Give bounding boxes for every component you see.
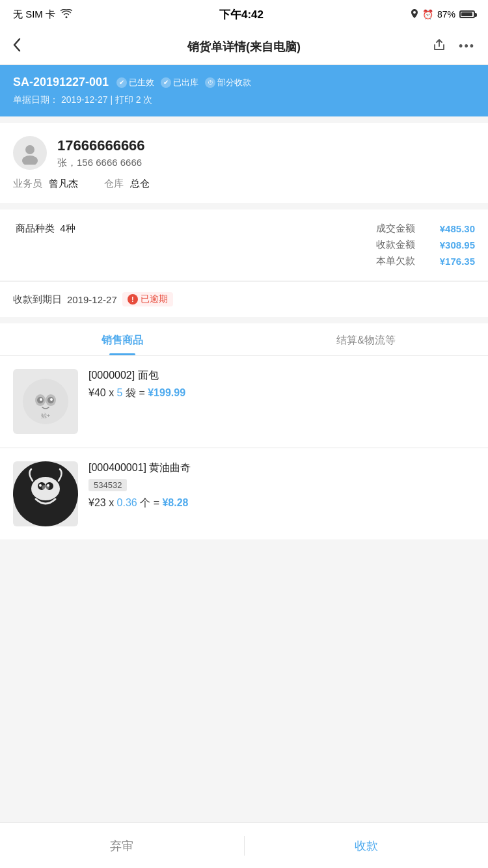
summary-right: 成交金额 ¥485.30 收款金额 ¥308.95 本单欠款 ¥176.35: [376, 223, 475, 267]
svg-text:鲸+: 鲸+: [41, 413, 50, 419]
due-date-value: 2019-12-27: [67, 294, 117, 305]
battery-label: 87%: [437, 9, 455, 20]
carrier-label: 无 SIM 卡: [13, 8, 55, 21]
tab-settlement[interactable]: 结算&物流等: [244, 323, 488, 355]
print-info: | 打印 2 次: [110, 94, 152, 105]
product-name-cookie: [000400001] 黄油曲奇: [88, 461, 475, 475]
product-batch-cookie: 534532: [88, 479, 127, 491]
product-card: 鲸+ [0000002] 面包 ¥40 x 5 袋 = ¥199.99: [0, 356, 488, 447]
tab-sales-products[interactable]: 销售商品: [0, 323, 244, 355]
received-amount-row: 收款金额 ¥308.95: [376, 239, 475, 251]
overdue-text: 已逾期: [141, 293, 168, 305]
kinds-label: 商品种类: [16, 223, 55, 234]
svg-point-8: [50, 398, 53, 401]
received-value: ¥308.95: [423, 239, 475, 251]
customer-section: 17666666666 张，156 6666 6666 业务员 曾凡杰 仓库 总…: [0, 123, 488, 203]
products-section: 鲸+ [0000002] 面包 ¥40 x 5 袋 = ¥199.99: [0, 356, 488, 539]
summary-left: 商品种类 4种: [13, 223, 75, 237]
total-cookie: ¥8.28: [162, 497, 188, 508]
product-id-bread: [0000002]: [88, 370, 135, 381]
kinds-value: 4种: [60, 223, 75, 234]
product-price-cookie: ¥23 x 0.36 个 = ¥8.28: [88, 496, 475, 510]
status-bar: 无 SIM 卡 下午4:42 ⏰ 87%: [0, 0, 488, 29]
overdue-badge: ! 已逾期: [122, 292, 173, 306]
svg-point-7: [40, 398, 42, 401]
product-info-cookie: [000400001] 黄油曲奇 534532 ¥23 x 0.36 个 = ¥…: [88, 461, 475, 510]
price-base-cookie: ¥23: [88, 497, 106, 508]
avatar: [13, 136, 47, 170]
nav-actions: •••: [433, 38, 475, 55]
product-info-bread: [0000002] 面包 ¥40 x 5 袋 = ¥199.99: [88, 369, 475, 400]
badge-partial-payment: ⏱ 部分收款: [205, 77, 251, 88]
badge-effective: ✔ 已生效: [116, 77, 154, 88]
unit-bread: 袋: [126, 387, 136, 398]
warehouse: 仓库 总仓: [104, 178, 150, 190]
warehouse-label: 仓库: [104, 178, 124, 189]
product-price-bread: ¥40 x 5 袋 = ¥199.99: [88, 387, 475, 400]
confirm-button[interactable]: 收款: [245, 823, 489, 868]
order-date-info: 单据日期： 2019-12-27 | 打印 2 次: [13, 94, 475, 106]
owed-value: ¥176.35: [423, 256, 475, 267]
more-icon[interactable]: •••: [459, 40, 475, 53]
order-header-banner: SA-20191227-001 ✔ 已生效 ✔ 已出库 ⏱ 部分收款 单据日期：…: [0, 65, 488, 116]
product-title-cookie: 黄油曲奇: [149, 462, 191, 473]
status-time: 下午4:42: [219, 7, 264, 22]
tabs-section: 销售商品 结算&物流等: [0, 323, 488, 356]
partial-payment-icon: ⏱: [205, 77, 215, 88]
customer-top: 17666666666 张，156 6666 6666: [13, 136, 475, 170]
badge-partial-label: 部分收款: [217, 77, 251, 88]
cancel-button[interactable]: 弃审: [0, 823, 244, 868]
product-id-cookie: [000400001]: [88, 462, 146, 473]
status-right: ⏰ 87%: [411, 9, 475, 20]
effective-icon: ✔: [116, 77, 127, 88]
owed-label: 本单欠款: [376, 255, 415, 267]
svg-point-0: [25, 145, 34, 154]
order-id: SA-20191227-001: [13, 75, 109, 89]
due-date-section: 收款到期日 2019-12-27 ! 已逾期: [0, 281, 488, 317]
status-left: 无 SIM 卡: [13, 8, 72, 21]
sales-rep: 业务员 曾凡杰: [13, 178, 78, 190]
customer-name-phone: 张，156 6666 6666: [57, 157, 145, 169]
deal-amount-label: 成交金额: [376, 223, 415, 235]
due-date-label: 收款到期日: [13, 293, 62, 306]
svg-point-14: [39, 484, 42, 487]
deal-amount-value: ¥485.30: [423, 223, 475, 234]
warehouse-value: 总仓: [130, 178, 150, 189]
product-image-bread: 鲸+: [13, 369, 78, 434]
sales-rep-value: 曾凡杰: [49, 178, 78, 189]
product-image-cookie: [13, 461, 78, 526]
nav-bar: 销货单详情(来自电脑) •••: [0, 29, 488, 65]
deal-amount-row: 成交金额 ¥485.30: [376, 223, 475, 235]
customer-meta: 业务员 曾凡杰 仓库 总仓: [13, 178, 475, 190]
date-label: 单据日期：: [13, 94, 59, 105]
quantity-bread: 5: [117, 387, 123, 398]
product-name-bread: [0000002] 面包: [88, 369, 475, 383]
customer-phone: 17666666666: [57, 137, 145, 154]
location-icon: [411, 9, 418, 20]
battery-icon: [459, 10, 475, 18]
total-bread: ¥199.99: [148, 387, 185, 398]
price-base-bread: ¥40: [88, 387, 106, 398]
svg-point-16: [42, 485, 49, 490]
badge-shipped-label: 已出库: [173, 77, 198, 88]
page-title: 销货单详情(来自电脑): [187, 39, 301, 55]
bottom-bar: 弃审 收款: [0, 822, 488, 868]
owed-amount-row: 本单欠款 ¥176.35: [376, 255, 475, 267]
order-badges: ✔ 已生效 ✔ 已出库 ⏱ 部分收款: [116, 77, 251, 88]
quantity-cookie: 0.36: [117, 497, 137, 508]
share-icon[interactable]: [433, 38, 446, 55]
back-button[interactable]: [13, 38, 39, 56]
received-label: 收款金额: [376, 239, 415, 251]
overdue-icon: !: [128, 294, 138, 305]
wifi-icon: [61, 9, 72, 20]
product-kinds: 商品种类 4种: [13, 223, 75, 235]
tabs-row: 销售商品 结算&物流等: [0, 323, 488, 355]
product-card-cookie: [000400001] 黄油曲奇 534532 ¥23 x 0.36 个 = ¥…: [0, 448, 488, 539]
alarm-icon: ⏰: [422, 9, 433, 20]
shipped-icon: ✔: [161, 77, 171, 88]
badge-shipped: ✔ 已出库: [161, 77, 198, 88]
sales-rep-label: 业务员: [13, 178, 42, 189]
svg-point-1: [22, 156, 38, 165]
order-date: 2019-12-27: [61, 94, 108, 105]
order-header-top: SA-20191227-001 ✔ 已生效 ✔ 已出库 ⏱ 部分收款: [13, 75, 475, 89]
